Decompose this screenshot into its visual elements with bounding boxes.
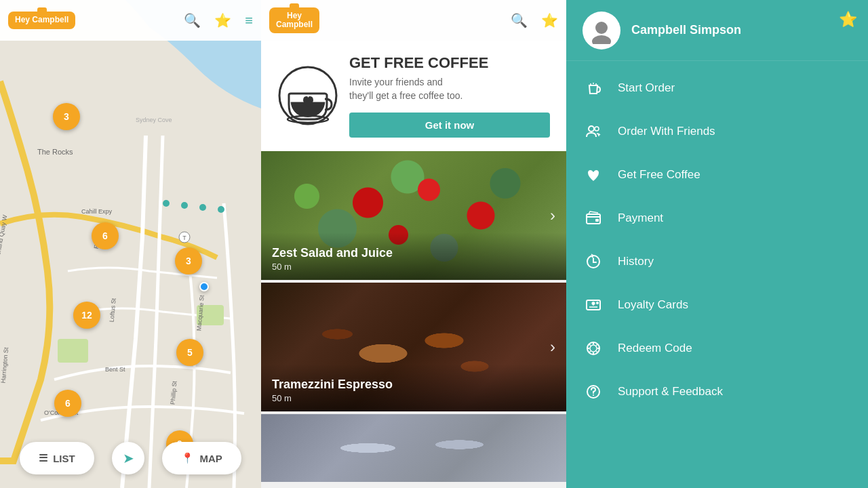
svg-point-18 bbox=[218, 206, 224, 213]
list-label: LIST bbox=[53, 453, 75, 464]
loyalty-card-icon bbox=[583, 294, 604, 316]
heart-icon bbox=[583, 164, 604, 186]
map-marker-3a[interactable]: 3 bbox=[53, 103, 80, 130]
map-button[interactable]: 📍 MAP bbox=[162, 442, 241, 474]
payment-label: Payment bbox=[618, 211, 663, 225]
tramezzini-arrow: › bbox=[550, 338, 555, 357]
menu-item-start-order[interactable]: Start Order bbox=[566, 66, 868, 110]
second-nav-icons: 🔍 ⭐ bbox=[511, 12, 558, 28]
svg-point-17 bbox=[199, 204, 206, 211]
locate-icon: ➤ bbox=[123, 450, 134, 466]
start-order-label: Start Order bbox=[618, 81, 675, 95]
map-pin-icon: 📍 bbox=[181, 452, 194, 464]
restaurant-card-zest[interactable]: Zest Salad and Juice 50 m › bbox=[261, 151, 566, 280]
support-label: Support & Feedback bbox=[618, 385, 723, 399]
zest-name: Zest Salad and Juice bbox=[272, 246, 555, 260]
menu-item-free-coffee[interactable]: Get Free Coffee bbox=[566, 153, 868, 197]
promo-subtitle: Invite your friends andthey'll get a fre… bbox=[349, 76, 550, 102]
order-friends-label: Order With Friends bbox=[618, 125, 715, 138]
svg-text:Sydney Cove: Sydney Cove bbox=[136, 117, 172, 123]
get-now-button[interactable]: Get it now bbox=[349, 113, 550, 138]
zest-arrow: › bbox=[550, 206, 555, 225]
loyalty-label: Loyalty Cards bbox=[618, 298, 688, 312]
svg-rect-31 bbox=[595, 219, 599, 222]
menu-panel: ⭐ Campbell Simpson Start Order bbox=[566, 0, 868, 488]
svg-point-23 bbox=[595, 22, 608, 34]
user-location-dot bbox=[199, 282, 209, 291]
menu-item-loyalty[interactable]: Loyalty Cards bbox=[566, 283, 868, 327]
locate-button[interactable]: ➤ bbox=[112, 442, 144, 474]
redeem-label: Redeem Code bbox=[618, 342, 692, 355]
question-icon bbox=[583, 381, 604, 403]
menu-item-payment[interactable]: Payment bbox=[566, 197, 868, 240]
promo-title: GET FREE COFFEE bbox=[349, 54, 550, 72]
second-logo-badge: HeyCampbell bbox=[269, 7, 319, 33]
redeem-icon bbox=[583, 338, 604, 359]
menu-item-redeem[interactable]: Redeem Code bbox=[566, 327, 868, 370]
map-label: MAP bbox=[199, 453, 222, 464]
star-icon[interactable]: ⭐ bbox=[214, 12, 231, 28]
map-nav-icons: 🔍 ⭐ ≡ bbox=[184, 12, 253, 28]
logo-text: Hey Campbell bbox=[15, 16, 68, 24]
map-background: The Rocks Cumberland Quay W Cahill Expy … bbox=[0, 0, 261, 488]
menu-items-list: Start Order Order With Friends Get Fr bbox=[566, 61, 868, 488]
restaurant-card-tramezzini[interactable]: Tramezzini Espresso 50 m › bbox=[261, 283, 566, 411]
avatar-icon bbox=[588, 17, 615, 44]
second-star-icon[interactable]: ⭐ bbox=[541, 12, 558, 28]
svg-text:Bent St: Bent St bbox=[105, 366, 125, 373]
people-icon bbox=[583, 121, 604, 142]
menu-item-support[interactable]: Support & Feedback bbox=[566, 370, 868, 413]
restaurant-card-third[interactable] bbox=[261, 414, 566, 482]
map-bottom-buttons: ☰ LIST ➤ 📍 MAP bbox=[0, 442, 261, 474]
svg-point-29 bbox=[595, 127, 599, 131]
svg-point-24 bbox=[592, 35, 611, 44]
svg-text:Cahill Expy: Cahill Expy bbox=[81, 208, 113, 215]
coffee-icon bbox=[583, 77, 604, 99]
svg-text:The Rocks: The Rocks bbox=[37, 148, 73, 156]
map-marker-3b[interactable]: 3 bbox=[175, 247, 202, 274]
logo-badge: Hey Campbell bbox=[8, 12, 75, 28]
free-coffee-label: Get Free Coffee bbox=[618, 168, 701, 182]
tramezzini-name: Tramezzini Espresso bbox=[272, 378, 555, 392]
svg-text:T: T bbox=[182, 235, 186, 241]
map-marker-5[interactable]: 5 bbox=[176, 339, 203, 366]
menu-header: Campbell Simpson bbox=[566, 0, 868, 61]
zest-distance: 50 m bbox=[272, 262, 555, 272]
user-name: Campbell Simpson bbox=[631, 23, 741, 37]
content-panel: HeyCampbell 🔍 ⭐ GET FREE COFFEE Invite y… bbox=[261, 0, 566, 488]
menu-star-icon[interactable]: ⭐ bbox=[839, 11, 857, 28]
restaurant-list: Zest Salad and Juice 50 m › Tramezzini E… bbox=[261, 151, 566, 488]
second-header: HeyCampbell 🔍 ⭐ bbox=[261, 0, 566, 41]
third-image bbox=[261, 414, 566, 482]
svg-point-15 bbox=[163, 200, 170, 207]
menu-item-history[interactable]: History bbox=[566, 240, 868, 283]
user-avatar bbox=[583, 12, 620, 49]
map-marker-6a[interactable]: 6 bbox=[92, 222, 119, 249]
svg-point-28 bbox=[589, 126, 594, 131]
map-marker-12[interactable]: 12 bbox=[73, 302, 100, 329]
list-icon: ☰ bbox=[39, 452, 47, 464]
menu-icon[interactable]: ≡ bbox=[245, 13, 253, 28]
svg-rect-2 bbox=[58, 339, 88, 363]
search-icon[interactable]: 🔍 bbox=[184, 12, 201, 28]
svg-point-16 bbox=[181, 202, 188, 209]
zest-overlay: Zest Salad and Juice 50 m bbox=[261, 232, 566, 280]
tramezzini-distance: 50 m bbox=[272, 393, 555, 403]
clock-icon bbox=[583, 251, 604, 272]
history-label: History bbox=[618, 255, 654, 268]
svg-point-38 bbox=[593, 394, 594, 396]
map-marker-6b[interactable]: 6 bbox=[54, 390, 81, 417]
menu-item-order-friends[interactable]: Order With Friends bbox=[566, 110, 868, 153]
second-logo-text: HeyCampbell bbox=[276, 12, 313, 29]
coffee-cup-icon bbox=[277, 65, 338, 126]
wallet-icon bbox=[583, 207, 604, 229]
svg-point-36 bbox=[590, 345, 597, 352]
list-button[interactable]: ☰ LIST bbox=[20, 442, 94, 474]
tramezzini-overlay: Tramezzini Espresso 50 m bbox=[261, 364, 566, 411]
promo-banner: GET FREE COFFEE Invite your friends andt… bbox=[261, 41, 566, 151]
svg-point-34 bbox=[596, 302, 599, 304]
promo-text: GET FREE COFFEE Invite your friends andt… bbox=[349, 54, 550, 138]
second-search-icon[interactable]: 🔍 bbox=[511, 12, 528, 28]
map-header: Hey Campbell 🔍 ⭐ ≡ bbox=[0, 0, 261, 41]
map-panel: The Rocks Cumberland Quay W Cahill Expy … bbox=[0, 0, 261, 488]
